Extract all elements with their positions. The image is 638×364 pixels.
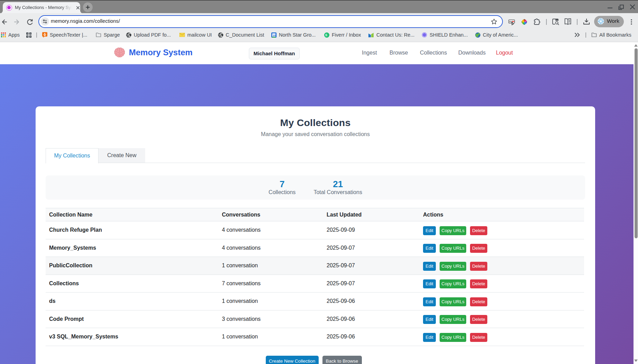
svg-text:Pa: Pa: [509, 21, 512, 23]
svg-text:10: 10: [273, 33, 276, 37]
svg-text:fi: fi: [325, 33, 327, 37]
